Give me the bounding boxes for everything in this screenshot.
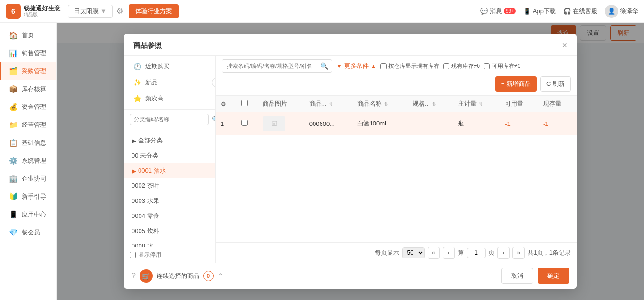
sidebar-item-inventory[interactable]: 📦 库存核算: [0, 80, 56, 98]
col-spec[interactable]: 规格... ⇅: [408, 96, 454, 112]
online-service-item[interactable]: 🎧 在线客服: [563, 7, 597, 16]
home-icon: 🏠: [9, 31, 18, 40]
messages-badge: 99+: [504, 8, 516, 14]
sidebar-label-finance: 资金管理: [22, 103, 46, 111]
row-index: 1: [216, 112, 237, 135]
col-available-label: 可用量: [505, 100, 523, 107]
col-gear[interactable]: ⚙: [216, 96, 237, 112]
usable-neq0-label: 可用库存≠0: [492, 62, 520, 70]
category-search-input[interactable]: [130, 114, 209, 125]
logo-area: 6 畅捷通好生意 精品版: [6, 4, 60, 19]
nav-dropdown[interactable]: 日太阳膜 ▼: [68, 5, 113, 18]
messages-nav-item[interactable]: 💬 消息 99+: [480, 7, 516, 16]
category-item-snack[interactable]: 0004 零食: [124, 208, 215, 224]
left-top-nav: 🕐 近期购买 ✨ 新品 ⭐ 频次高 《: [124, 56, 215, 110]
checkbox-by-warehouse[interactable]: 按仓库显示现有库存: [380, 62, 439, 70]
page-size-select[interactable]: 50: [402, 247, 425, 258]
gear-icon[interactable]: ⚙: [116, 7, 123, 16]
main-layout: 🏠 首页 📊 销售管理 🗂️ 采购管理 📦 库存核算 💰 资金管理 📁 经营管理…: [0, 23, 644, 300]
category-label-snack: 0004 零食: [132, 212, 159, 220]
sidebar-label-system: 系统管理: [22, 157, 46, 165]
sidebar-item-appstore[interactable]: 📱 应用中心: [0, 206, 56, 224]
sidebar-item-finance[interactable]: 💰 资金管理: [0, 98, 56, 116]
top-nav: 6 畅捷通好生意 精品版 日太阳膜 ▼ ⚙ 体验行业方案 💬 消息 99+ 📱 …: [0, 0, 644, 23]
checkbox-usable-neq0[interactable]: 可用库存≠0: [484, 62, 520, 70]
by-warehouse-checkbox[interactable]: [380, 63, 387, 69]
sidebar-item-enterprise[interactable]: 🏢 企业协同: [0, 170, 56, 188]
close-icon[interactable]: ×: [562, 41, 567, 50]
category-item-wine[interactable]: ▶ 0001 酒水: [124, 163, 215, 178]
sidebar-item-member[interactable]: 💎 畅会员: [0, 224, 56, 242]
sidebar-item-guide[interactable]: 🔰 新手引导: [0, 188, 56, 206]
row-checkbox-cell[interactable]: [237, 112, 258, 135]
sidebar-item-system[interactable]: ⚙️ 系统管理: [0, 152, 56, 170]
product-search-button[interactable]: 🔍: [316, 60, 332, 72]
category-item-unclassified[interactable]: 00 未分类: [124, 148, 215, 163]
category-label-water: 0008 水: [132, 242, 153, 247]
expand-icon[interactable]: ⌃: [217, 272, 223, 281]
nav-new-products[interactable]: ✨ 新品: [130, 75, 210, 90]
show-disabled-label: 显示停用: [139, 251, 161, 259]
table-row[interactable]: 1 🖼 000600... 白酒100ml: [216, 112, 577, 135]
category-item-all[interactable]: ▶ 全部分类: [124, 133, 215, 148]
category-search-icon[interactable]: 🔍: [212, 116, 216, 123]
add-product-button[interactable]: + 新增商品: [495, 76, 537, 92]
product-search-input[interactable]: [222, 60, 316, 72]
sales-icon: 📊: [9, 49, 18, 58]
col-name[interactable]: 商品名称 ⇅: [353, 96, 408, 112]
page-label: 第: [458, 249, 464, 257]
modal-overlay: 商品参照 × 🕐 近期购买 ✨ 新: [57, 23, 644, 300]
prev-page-button[interactable]: ‹: [443, 247, 455, 259]
logo-text: 畅捷通好生意 精品版: [24, 5, 60, 18]
modal-body: 🕐 近期购买 ✨ 新品 ⭐ 频次高 《: [124, 56, 577, 263]
nav-recent-purchases[interactable]: 🕐 近期购买: [130, 59, 210, 74]
sidebar-item-business[interactable]: 📁 经营管理: [0, 116, 56, 134]
next-page-button[interactable]: ›: [497, 247, 510, 259]
sidebar-label-basic: 基础信息: [22, 139, 46, 147]
help-icon[interactable]: ?: [132, 272, 136, 280]
arrow-icon-all: ▶: [132, 137, 136, 144]
show-disabled-checkbox[interactable]: [130, 252, 136, 258]
messages-label: 消息: [490, 7, 502, 16]
sidebar-item-sales[interactable]: 📊 销售管理: [0, 44, 56, 62]
sidebar-item-basic[interactable]: 📋 基础信息: [0, 134, 56, 152]
sidebar-label-sales: 销售管理: [22, 49, 46, 58]
col-stock[interactable]: 现存量: [538, 96, 577, 112]
cancel-button[interactable]: 取消: [501, 268, 533, 284]
category-item-tea[interactable]: 0002 茶叶: [124, 178, 215, 193]
collapse-button[interactable]: 《: [212, 78, 216, 87]
confirm-button[interactable]: 确定: [538, 268, 569, 284]
first-page-button[interactable]: «: [428, 247, 440, 259]
category-item-beverage[interactable]: 0005 饮料: [124, 224, 215, 239]
filter-button[interactable]: ▼ 更多条件 ▲: [336, 62, 377, 70]
cart-icon[interactable]: 🛒: [140, 269, 153, 283]
app-download-label: App下载: [533, 7, 556, 16]
experience-button[interactable]: 体验行业方案: [129, 4, 179, 18]
usable-neq0-checkbox[interactable]: [484, 63, 490, 69]
reload-button[interactable]: C 刷新: [540, 76, 571, 92]
col-unit[interactable]: 主计量 ⇅: [454, 96, 501, 112]
category-item-fruit[interactable]: 0003 水果: [124, 193, 215, 208]
col-checkbox[interactable]: [237, 96, 258, 112]
category-label-beverage: 0005 饮料: [132, 227, 159, 235]
category-label-wine: 0001 酒水: [138, 167, 166, 175]
category-label-fruit: 0003 水果: [132, 197, 159, 205]
select-all-checkbox[interactable]: [241, 100, 248, 106]
sidebar-item-purchase[interactable]: 🗂️ 采购管理: [0, 62, 56, 80]
row-checkbox[interactable]: [241, 120, 248, 126]
row-available: -1: [500, 112, 538, 135]
col-available[interactable]: 可用量: [500, 96, 538, 112]
continuous-label: 连续选择的商品: [157, 272, 199, 280]
user-profile-item[interactable]: 👤 徐泽华: [605, 5, 638, 18]
checkbox-available-neq0[interactable]: 现有库存≠0: [443, 62, 480, 70]
sidebar-item-home[interactable]: 🏠 首页: [0, 26, 56, 44]
available-neq0-checkbox[interactable]: [443, 63, 449, 69]
basic-icon: 📋: [9, 139, 18, 147]
category-label-all: 全部分类: [138, 136, 163, 145]
nav-high-frequency[interactable]: ⭐ 频次高: [130, 92, 210, 106]
last-page-button[interactable]: »: [512, 247, 525, 259]
page-number-input[interactable]: [467, 248, 486, 258]
col-code[interactable]: 商品... ⇅: [305, 96, 353, 112]
app-download-item[interactable]: 📱 App下载: [523, 7, 556, 16]
category-item-water[interactable]: 0008 水: [124, 239, 215, 247]
